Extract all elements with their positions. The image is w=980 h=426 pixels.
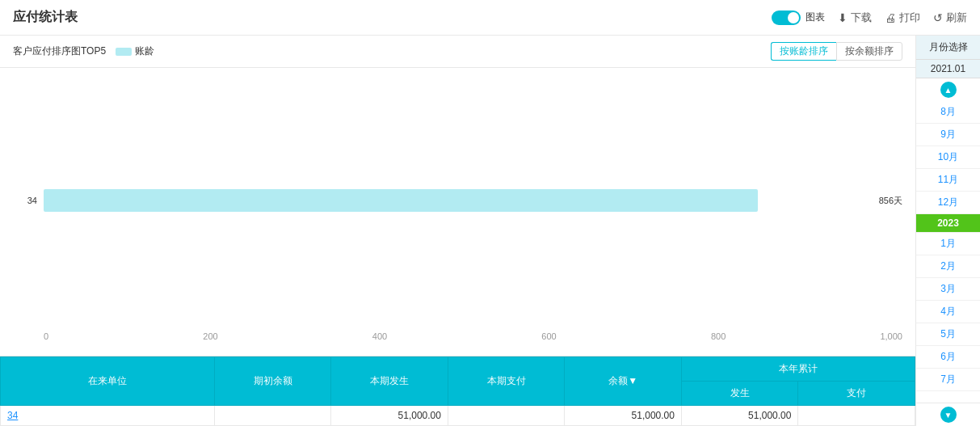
- sort-buttons: 按账龄排序 按余额排序: [771, 42, 902, 61]
- cell-balance: 51,000.00: [565, 406, 682, 426]
- bar-fill: [44, 189, 758, 212]
- page-title: 应付统计表: [13, 9, 78, 26]
- col-balance: 余额▼: [565, 357, 682, 406]
- down-arrow-icon[interactable]: ▼: [940, 407, 957, 423]
- cell-ytd-pay: [798, 406, 915, 426]
- chart-label: 图表: [805, 11, 825, 24]
- right-panel: 月份选择 2021.01 ▲ 8月 9月 10月 11月 12月 2023 1月…: [915, 36, 980, 426]
- x-axis: 0 200 400 600 800 1,000: [13, 331, 902, 341]
- panel-year-value: 2021.01: [916, 60, 980, 78]
- legend-item-aging: 账龄: [116, 44, 154, 58]
- refresh-button[interactable]: ↺ 刷新: [933, 11, 967, 25]
- bar-row: 34 856天: [13, 189, 902, 212]
- print-label: 打印: [899, 11, 920, 25]
- legend-label-aging: 账龄: [135, 44, 154, 58]
- month-item-8[interactable]: 8月: [916, 101, 980, 124]
- month-item-11[interactable]: 11月: [916, 169, 980, 192]
- year-label-2023[interactable]: 2023: [916, 214, 980, 233]
- cell-current-occur: 51,000.00: [331, 406, 448, 426]
- month-item-10[interactable]: 10月: [916, 146, 980, 169]
- data-table: 在来单位 期初余额 本期发生 本期支付 余额▼ 本年累计 发生 支付: [0, 356, 915, 426]
- x-label-400: 400: [372, 331, 387, 341]
- x-label-600: 600: [541, 331, 556, 341]
- sort-by-amount-button[interactable]: 按账龄排序: [771, 42, 836, 61]
- cell-ytd-occur: 51,000.00: [681, 406, 798, 426]
- main-content: 客户应付排序图TOP5 账龄 按账龄排序 按余额排序 34: [0, 36, 980, 426]
- download-icon: ⬇: [838, 11, 848, 24]
- x-label-200: 200: [203, 331, 217, 341]
- month-item-6[interactable]: 6月: [916, 346, 980, 369]
- chart-top-bar: 客户应付排序图TOP5 账龄 按账龄排序 按余额排序: [0, 36, 915, 68]
- table-body: 34 51,000.00 51,000.00 51,000.00: [1, 406, 915, 426]
- chart-section: 客户应付排序图TOP5 账龄 按账龄排序 按余额排序 34: [0, 36, 915, 426]
- print-button[interactable]: 🖨 打印: [885, 11, 920, 25]
- panel-header: 月份选择: [916, 36, 980, 60]
- x-label-800: 800: [711, 331, 726, 341]
- month-item-7[interactable]: 7月: [916, 369, 980, 391]
- bar-end-label: 856天: [879, 195, 902, 207]
- month-item-12[interactable]: 12月: [916, 192, 980, 214]
- col-ytd-group: 本年累计: [681, 357, 915, 382]
- col-current-occur: 本期发生: [331, 357, 448, 406]
- legend-color-aging: [116, 48, 132, 56]
- cell-unit[interactable]: 34: [1, 406, 215, 426]
- month-item-2[interactable]: 2月: [916, 255, 980, 278]
- table-row: 34 51,000.00 51,000.00 51,000.00: [1, 406, 915, 426]
- toggle-track: [772, 11, 801, 25]
- download-label: 下载: [851, 11, 872, 25]
- refresh-label: 刷新: [946, 11, 967, 25]
- download-button[interactable]: ⬇ 下载: [838, 11, 872, 25]
- chart-body: 34 856天 0 200 400 600 800 1,000: [0, 68, 915, 356]
- panel-nav-down[interactable]: ▼: [916, 403, 980, 426]
- cell-current-pay: [448, 406, 565, 426]
- x-label-1000: 1,000: [880, 331, 902, 341]
- chart-legend: 客户应付排序图TOP5 账龄: [13, 44, 154, 58]
- col-ytd-pay: 支付: [798, 382, 915, 406]
- sort-by-balance-button[interactable]: 按余额排序: [836, 42, 902, 61]
- month-item-9[interactable]: 9月: [916, 124, 980, 146]
- col-ytd-occur: 发生: [681, 382, 798, 406]
- x-label-0: 0: [44, 331, 48, 341]
- col-current-pay: 本期支付: [448, 357, 565, 406]
- col-unit: 在来单位: [1, 357, 215, 406]
- bar-row-label: 34: [13, 196, 37, 205]
- refresh-icon: ↺: [933, 11, 943, 24]
- table-header-row: 在来单位 期初余额 本期发生 本期支付 余额▼ 本年累计: [1, 357, 915, 382]
- month-list: 8月 9月 10月 11月 12月 2023 1月 2月 3月 4月 5月 6月…: [916, 101, 980, 403]
- bar-container: [44, 189, 874, 212]
- print-icon: 🖨: [885, 11, 896, 24]
- month-item-4[interactable]: 4月: [916, 301, 980, 323]
- table-section: 在来单位 期初余额 本期发生 本期支付 余额▼ 本年累计 发生 支付: [0, 356, 915, 426]
- month-item-3[interactable]: 3月: [916, 278, 980, 301]
- header-actions: 图表 ⬇ 下载 🖨 打印 ↺ 刷新: [772, 11, 967, 25]
- month-item-1[interactable]: 1月: [916, 233, 980, 255]
- col-opening: 期初余额: [214, 357, 331, 406]
- up-arrow-icon[interactable]: ▲: [940, 82, 957, 98]
- panel-nav-up[interactable]: ▲: [916, 78, 980, 101]
- legend-title: 客户应付排序图TOP5: [13, 44, 106, 58]
- cell-opening: [214, 406, 331, 426]
- toggle-thumb: [788, 12, 799, 23]
- month-item-5[interactable]: 5月: [916, 323, 980, 346]
- chart-toggle[interactable]: 图表: [772, 11, 825, 25]
